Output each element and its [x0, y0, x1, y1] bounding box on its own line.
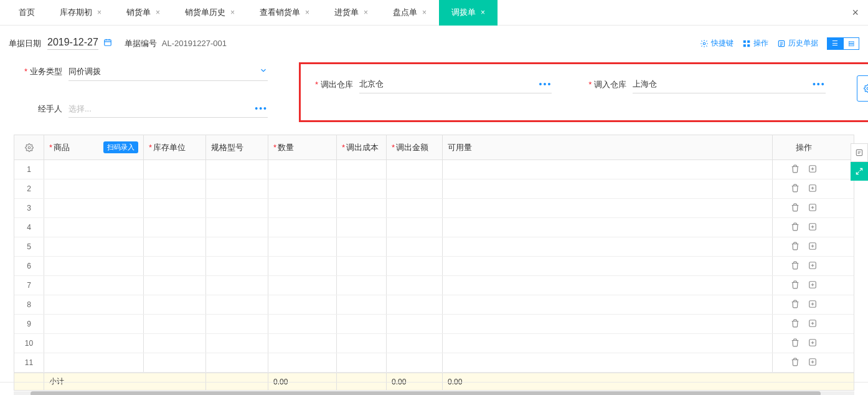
close-icon[interactable]: × [230, 8, 235, 17]
layout-toggle: ☰ ▤ [827, 37, 859, 50]
more-icon[interactable]: ••• [255, 103, 268, 113]
document-header: 单据日期 2019-12-27 单据编号 AL-20191227-001 快捷键… [0, 26, 868, 56]
tab-sales-order[interactable]: 销货单× [114, 0, 172, 26]
layout-list-button[interactable]: ☰ [827, 37, 843, 50]
delete-row-icon[interactable] [791, 184, 800, 194]
table-row[interactable]: 6 [14, 257, 854, 276]
close-icon[interactable]: × [305, 8, 309, 17]
in-warehouse-input[interactable]: ••• [633, 75, 825, 93]
close-icon[interactable]: × [422, 8, 427, 17]
tab-sales-history[interactable]: 销货单历史× [172, 0, 247, 26]
row-number: 2 [14, 179, 44, 198]
svg-point-8 [28, 146, 31, 149]
delete-row-icon[interactable] [791, 261, 800, 272]
line-items-table: *商品扫码录入 *库存单位 规格型号 *数量 *调出成本 *调出金额 可用量 操… [14, 135, 854, 391]
table-row[interactable]: 3 [14, 199, 854, 218]
svg-rect-3 [747, 40, 750, 42]
more-icon[interactable]: ••• [813, 79, 826, 89]
expand-button[interactable] [851, 162, 868, 181]
settings-button[interactable]: 设置 [857, 75, 868, 102]
add-row-icon[interactable] [808, 358, 817, 368]
delete-row-icon[interactable] [791, 358, 800, 368]
row-number: 1 [14, 160, 44, 179]
table-row[interactable]: 8 [14, 295, 854, 315]
delete-row-icon[interactable] [791, 222, 800, 233]
delete-row-icon[interactable] [791, 164, 800, 175]
in-warehouse-field: *调入仓库 ••• [583, 75, 825, 93]
close-icon[interactable]: × [156, 8, 160, 17]
operate-link[interactable]: 操作 [742, 38, 768, 49]
horizontal-scrollbar[interactable] [14, 391, 854, 395]
doc-num-value: AL-20191227-001 [162, 39, 227, 48]
out-warehouse-input[interactable]: ••• [359, 75, 552, 93]
row-number: 7 [14, 276, 44, 295]
row-number: 8 [14, 295, 44, 314]
table-row[interactable]: 10 [14, 334, 854, 353]
add-row-icon[interactable] [808, 280, 817, 291]
add-row-icon[interactable] [808, 338, 817, 349]
table-row[interactable]: 4 [14, 218, 854, 237]
tab-inventory-initial[interactable]: 库存期初× [47, 0, 114, 26]
row-number: 4 [14, 218, 44, 237]
th-spec: 规格型号 [206, 135, 268, 159]
delete-row-icon[interactable] [791, 203, 800, 214]
row-number: 11 [14, 353, 44, 372]
tab-home[interactable]: 首页 [6, 0, 47, 26]
handler-field: 经手人 ••• [19, 100, 268, 118]
th-unit: *库存单位 [144, 135, 206, 159]
close-icon[interactable]: × [97, 8, 101, 17]
svg-rect-5 [747, 44, 750, 47]
delete-row-icon[interactable] [791, 319, 800, 330]
table-settings-icon[interactable] [14, 135, 44, 159]
biz-type-input[interactable] [68, 62, 268, 81]
table-row[interactable]: 7 [14, 276, 854, 295]
form-row: *业务类型 经手人 ••• *调出仓库 ••• *调入仓库 [0, 56, 868, 122]
table-row[interactable]: 11 [14, 353, 854, 373]
delete-row-icon[interactable] [791, 338, 800, 349]
tab-view-sales[interactable]: 查看销货单× [247, 0, 322, 26]
add-row-icon[interactable] [808, 203, 817, 214]
th-qty: *数量 [268, 135, 337, 159]
add-row-icon[interactable] [808, 184, 817, 194]
close-icon[interactable]: × [481, 8, 485, 17]
table-row[interactable]: 9 [14, 315, 854, 334]
delete-row-icon[interactable] [791, 300, 800, 310]
delete-row-icon[interactable] [791, 280, 800, 291]
add-row-icon[interactable] [808, 242, 817, 252]
note-button[interactable] [851, 143, 868, 162]
delete-row-icon[interactable] [791, 242, 800, 252]
bottom-divider [0, 382, 868, 383]
calendar-icon[interactable] [103, 38, 112, 49]
layout-grid-button[interactable]: ▤ [843, 37, 859, 50]
close-icon[interactable]: × [364, 8, 368, 17]
table-row[interactable]: 2 [14, 179, 854, 199]
table-row[interactable]: 5 [14, 237, 854, 257]
row-number: 6 [14, 257, 44, 275]
add-row-icon[interactable] [808, 300, 817, 310]
more-icon[interactable]: ••• [539, 79, 552, 89]
out-warehouse-field: *调出仓库 ••• [309, 75, 552, 93]
add-row-icon[interactable] [808, 319, 817, 330]
row-number: 5 [14, 237, 44, 256]
th-ops: 操作 [773, 135, 835, 159]
add-row-icon[interactable] [808, 164, 817, 175]
chevron-down-icon[interactable] [259, 66, 268, 77]
svg-rect-2 [743, 40, 746, 42]
history-link[interactable]: 历史单据 [777, 38, 818, 49]
svg-rect-20 [856, 150, 862, 155]
tab-transfer-order[interactable]: 调拨单× [439, 0, 498, 26]
handler-input[interactable]: ••• [68, 100, 268, 118]
row-number: 3 [14, 199, 44, 217]
add-row-icon[interactable] [808, 261, 817, 272]
svg-rect-4 [743, 44, 746, 47]
add-row-icon[interactable] [808, 222, 817, 233]
global-close-icon[interactable]: × [842, 6, 868, 19]
doc-date-value[interactable]: 2019-12-27 [47, 37, 98, 50]
table-row[interactable]: 1 [14, 160, 854, 179]
tab-purchase-order[interactable]: 进货单× [322, 0, 380, 26]
table-header: *商品扫码录入 *库存单位 规格型号 *数量 *调出成本 *调出金额 可用量 操… [14, 135, 854, 160]
tab-stocktake[interactable]: 盘点单× [380, 0, 439, 26]
shortcut-link[interactable]: 快捷键 [700, 38, 734, 49]
th-cost: *调出成本 [337, 135, 387, 159]
scan-badge[interactable]: 扫码录入 [103, 141, 138, 153]
